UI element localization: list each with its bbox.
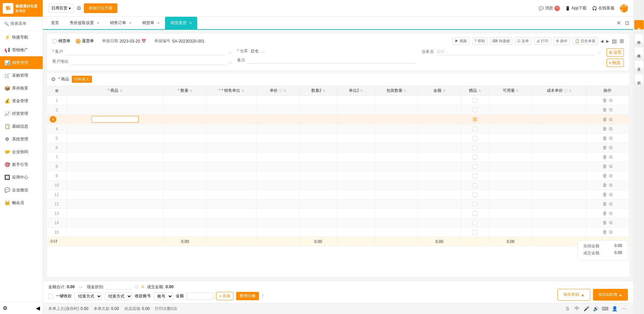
- gift-checkbox-12[interactable]: [473, 202, 477, 206]
- add-row-btn[interactable]: +: [50, 116, 56, 123]
- product-cell-8[interactable]: [67, 162, 164, 171]
- gift-checkbox-8[interactable]: [473, 164, 477, 169]
- unit2-cell-15[interactable]: [337, 228, 375, 237]
- search-menu-btn[interactable]: 🔍 搜索菜单: [3, 19, 40, 28]
- close-price-setting[interactable]: ✕: [97, 21, 99, 25]
- close-sales[interactable]: ✕: [157, 21, 160, 25]
- save-new-btn[interactable]: 保存&新增 ▲: [593, 289, 628, 301]
- settings-btn[interactable]: ⚙ 设置: [606, 48, 624, 57]
- unit-price-cell-1[interactable]: [256, 96, 299, 105]
- cost-cell-12[interactable]: [532, 199, 586, 209]
- grid-view-btn[interactable]: ⊞: [620, 38, 624, 44]
- pack-qty-cell-2[interactable]: [375, 105, 418, 115]
- unit-price-cell-9[interactable]: [256, 171, 299, 181]
- pack-qty-cell-11[interactable]: [375, 190, 418, 199]
- unit-price-cell-12[interactable]: [256, 199, 299, 209]
- gift-cell-14[interactable]: [461, 218, 489, 228]
- unit2-cell-4[interactable]: [337, 124, 375, 134]
- amount-cell-4[interactable]: [418, 124, 461, 134]
- select-btn[interactable]: ☑ 选单: [515, 37, 531, 45]
- quantity-cell-4[interactable]: [164, 124, 207, 134]
- app-download-btn[interactable]: 📱 App下载: [565, 5, 587, 11]
- sidebar-item-finance[interactable]: 💰 资金管理: [0, 95, 43, 107]
- fenpai-btn[interactable]: 费用分摊: [236, 292, 259, 300]
- online-service-btn[interactable]: 🎧 在线客服: [592, 5, 614, 11]
- sidebar-item-basic[interactable]: 📋 基础信息: [0, 120, 43, 133]
- sales-unit-cell-5[interactable]: [207, 134, 256, 143]
- radio-sales[interactable]: 销货单: [52, 38, 70, 44]
- pack-qty-cell-8[interactable]: [375, 162, 418, 171]
- right-edge-attach[interactable]: 附件: [634, 34, 644, 43]
- gift-cell-12[interactable]: [461, 199, 489, 209]
- scan-btn[interactable]: 扫码录入: [72, 76, 92, 83]
- copy-row-icon-8[interactable]: ⧉: [609, 164, 612, 169]
- history-prev[interactable]: ◀: [600, 39, 603, 44]
- salesperson-input[interactable]: [436, 48, 595, 55]
- amount-cell-6[interactable]: [418, 143, 461, 152]
- unit2-cell-7[interactable]: [337, 152, 375, 162]
- product-input-3[interactable]: [92, 116, 139, 123]
- pack-qty-cell-3[interactable]: [375, 115, 418, 124]
- keyboard-icon[interactable]: ⌨: [601, 305, 609, 313]
- product-cell-10[interactable]: [67, 181, 164, 190]
- unit2-cell-14[interactable]: [337, 218, 375, 228]
- quantity-cell-9[interactable]: [164, 171, 207, 181]
- mic-icon[interactable]: 🎤: [582, 305, 590, 313]
- quantity-cell-8[interactable]: [164, 162, 207, 171]
- delete-row-icon-3[interactable]: 🗑: [602, 117, 607, 122]
- product-cell-1[interactable]: [67, 96, 164, 105]
- calc-method-select[interactable]: 结算方式: [74, 292, 102, 300]
- delete-row-icon-9[interactable]: 🗑: [602, 173, 607, 179]
- gift-cell-4[interactable]: [461, 124, 489, 134]
- copy-row-icon-4[interactable]: ⧉: [609, 126, 612, 132]
- quantity-cell-15[interactable]: [164, 228, 207, 237]
- copy-row-icon-2[interactable]: ⧉: [609, 107, 612, 113]
- copy-row-icon-3[interactable]: ⧉: [609, 117, 612, 122]
- amount-cell-15[interactable]: [418, 228, 461, 237]
- pack-qty-cell-10[interactable]: [375, 181, 418, 190]
- dots-icon[interactable]: ⋯: [620, 305, 628, 313]
- sidebar-item-sales[interactable]: 📊 销售管理: [0, 56, 43, 69]
- history-btn[interactable]: 📋 历史单据: [573, 37, 598, 45]
- gift-checkbox-11[interactable]: [473, 192, 477, 197]
- qty2-cell-5[interactable]: [300, 134, 337, 143]
- tab-sales-return[interactable]: 销货退货 ✕: [165, 17, 197, 30]
- cost-cell-5[interactable]: [532, 134, 586, 143]
- unit-price-cell-8[interactable]: [256, 162, 299, 171]
- video-btn[interactable]: ▶ 视频: [452, 37, 469, 45]
- cost-cell-13[interactable]: [532, 209, 586, 218]
- amount-cell-7[interactable]: [418, 152, 461, 162]
- sales-unit-cell-8[interactable]: [207, 162, 256, 171]
- available-cell-12[interactable]: [489, 199, 532, 209]
- customer-dots[interactable]: ...: [228, 50, 232, 54]
- sales-unit-cell-13[interactable]: [207, 209, 256, 218]
- amount-cell-2[interactable]: [418, 105, 461, 115]
- amount-cell-5[interactable]: [418, 134, 461, 143]
- amount-cell-9[interactable]: [418, 171, 461, 181]
- qty2-cell-12[interactable]: [300, 199, 337, 209]
- pack-qty-cell-14[interactable]: [375, 218, 418, 228]
- qty2-cell-1[interactable]: [300, 96, 337, 105]
- unit2-cell-6[interactable]: [337, 143, 375, 152]
- gift-checkbox-15[interactable]: [473, 230, 477, 235]
- copy-row-icon-14[interactable]: ⧉: [609, 220, 612, 226]
- calendar-icon[interactable]: 📅: [141, 39, 146, 44]
- sidebar-item-newbie[interactable]: 🎯 新手引导: [0, 158, 43, 171]
- gift-checkbox-6[interactable]: [473, 145, 477, 150]
- available-cell-9[interactable]: [489, 171, 532, 181]
- sales-unit-cell-14[interactable]: [207, 218, 256, 228]
- right-edge-home[interactable]: 首页: [634, 60, 644, 70]
- quantity-cell-13[interactable]: [164, 209, 207, 218]
- delete-row-icon-4[interactable]: 🗑: [602, 126, 607, 132]
- right-edge-star[interactable]: 收藏: [634, 47, 644, 56]
- quantity-cell-5[interactable]: [164, 134, 207, 143]
- sidebar-item-shortcuts[interactable]: ⚡ 快捷导航: [0, 31, 43, 44]
- unit-price-cell-5[interactable]: [256, 134, 299, 143]
- available-cell-1[interactable]: [489, 96, 532, 105]
- tab-home[interactable]: 首页: [46, 17, 64, 30]
- pack-qty-cell-12[interactable]: [375, 199, 418, 209]
- logistics-btn[interactable]: + 物流: [606, 59, 624, 67]
- amount-cell-10[interactable]: [418, 181, 461, 190]
- qty2-cell-14[interactable]: [300, 218, 337, 228]
- gift-checkbox-10[interactable]: [473, 183, 477, 188]
